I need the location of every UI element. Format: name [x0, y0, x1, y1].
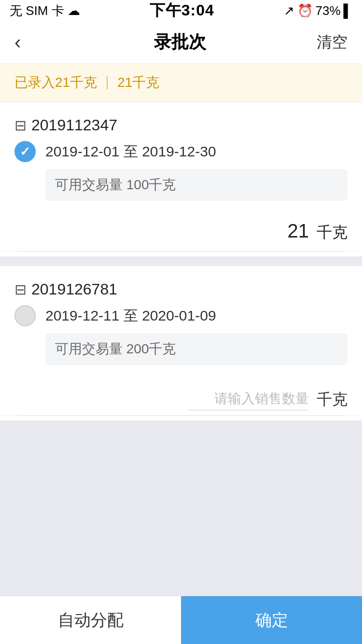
- card2-id: 2019126781: [31, 280, 117, 298]
- card2-spacer: [0, 416, 362, 420]
- card2-date-range: 2019-12-11 至 2020-01-09: [45, 306, 216, 326]
- clear-button[interactable]: 清空: [317, 32, 348, 53]
- card1-unit: 千克: [317, 222, 348, 243]
- auto-distribute-button[interactable]: 自动分配: [0, 596, 181, 644]
- location-icon: ↗: [284, 3, 294, 18]
- card2-avail: 可用交易量 200千克: [45, 333, 348, 365]
- summary-divider: [107, 76, 108, 89]
- page-title: 录批次: [154, 30, 206, 54]
- nav-bar: ‹ 录批次 清空: [0, 21, 362, 64]
- batch-card-2: ⊟ 2019126781 2019-12-11 至 2020-01-09 可用交…: [0, 266, 362, 379]
- card1-id-icon: ⊟: [14, 117, 27, 134]
- status-right: ↗ ⏰ 73% ▌: [284, 3, 352, 18]
- status-bar: 无 SIM 卡 ☁ 下午3:04 ↗ ⏰ 73% ▌: [0, 0, 362, 21]
- card1-id: 2019112347: [31, 116, 117, 134]
- card1-date-range: 2019-12-01 至 2019-12-30: [45, 142, 216, 162]
- back-button[interactable]: ‹: [14, 31, 43, 53]
- battery-label: 73%: [316, 3, 341, 18]
- checkmark-icon: ✓: [20, 144, 30, 159]
- card1-radio[interactable]: ✓: [14, 141, 36, 162]
- sim-label: 无 SIM 卡 ☁: [10, 2, 80, 19]
- card2-id-icon: ⊟: [14, 281, 27, 298]
- bottom-bar: 自动分配 确定: [0, 596, 362, 644]
- card2-radio[interactable]: [14, 305, 36, 326]
- card2-header: ⊟ 2019126781: [14, 280, 348, 298]
- card1-value-display: 21 千克: [0, 215, 362, 251]
- card1-value: 21: [288, 220, 309, 242]
- battery-icon: ▌: [344, 3, 352, 18]
- card1-date-row: ✓ 2019-12-01 至 2019-12-30: [14, 141, 348, 162]
- status-left: 无 SIM 卡 ☁: [10, 2, 80, 19]
- status-time: 下午3:04: [150, 0, 214, 21]
- recorded-amount: 已录入21千克: [14, 73, 97, 92]
- confirm-button[interactable]: 确定: [181, 596, 362, 644]
- card1-spacer: [0, 252, 362, 256]
- card2-input-row: 千克: [0, 379, 362, 415]
- card2-unit: 千克: [317, 389, 348, 410]
- section-separator: [0, 256, 362, 266]
- summary-bar: 已录入21千克 21千克: [0, 64, 362, 102]
- card2-date-row: 2019-12-11 至 2020-01-09: [14, 305, 348, 326]
- batch-card-1: ⊟ 2019112347 ✓ 2019-12-01 至 2019-12-30 可…: [0, 102, 362, 215]
- card1-header: ⊟ 2019112347: [14, 116, 348, 134]
- alarm-icon: ⏰: [297, 3, 313, 18]
- total-amount: 21千克: [117, 73, 159, 92]
- card1-avail: 可用交易量 100千克: [45, 169, 348, 201]
- card2-qty-input[interactable]: [188, 389, 309, 410]
